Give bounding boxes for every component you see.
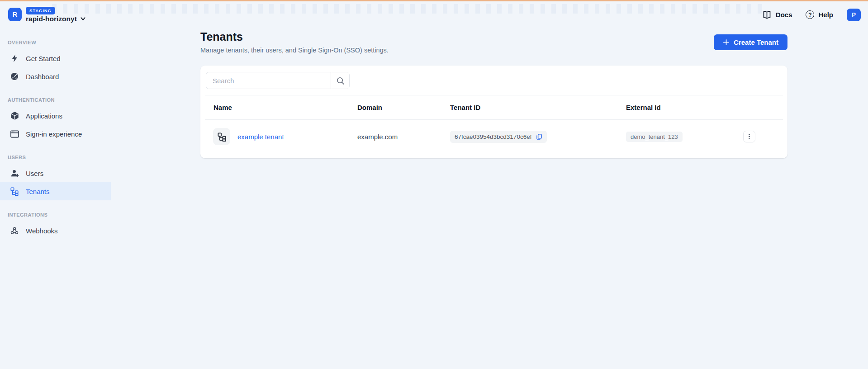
sidebar-item-applications[interactable]: Applications — [0, 107, 111, 125]
tenant-id-chip[interactable]: 67fcae03954d3bcd3170c6ef — [450, 131, 547, 143]
sidebar-section-integrations: INTEGRATIONS — [8, 212, 111, 218]
page-subtitle: Manage tenants, their users, and Single … — [200, 47, 389, 54]
sidebar-item-label: Users — [26, 170, 43, 177]
user-avatar[interactable]: P — [847, 9, 861, 21]
browser-icon — [10, 129, 19, 138]
table-header: Name Domain Tenant ID External Id — [205, 95, 783, 120]
environment-badge: STAGING — [26, 7, 55, 14]
sidebar-section-overview: OVERVIEW — [8, 40, 111, 45]
sidebar-item-label: Get Started — [26, 55, 61, 62]
external-id-chip: demo_tenant_123 — [626, 132, 683, 142]
copy-icon — [536, 133, 542, 140]
tenant-tree-icon — [217, 132, 227, 142]
sidebar-item-label: Applications — [26, 112, 62, 120]
column-header-name: Name — [205, 104, 357, 111]
tenant-tree-icon — [10, 187, 19, 196]
tenants-card: Name Domain Tenant ID External Id exampl… — [200, 66, 787, 158]
sidebar-item-tenants[interactable]: Tenants — [0, 182, 111, 200]
plus-icon — [723, 39, 730, 46]
page-title: Tenants — [200, 30, 389, 43]
create-tenant-button[interactable]: Create Tenant — [714, 34, 787, 50]
project-switcher[interactable]: R STAGING rapid-horizonyt — [8, 7, 86, 23]
help-label: Help — [818, 11, 833, 19]
project-logo: R — [8, 8, 22, 21]
sidebar-item-label: Tenants — [26, 188, 50, 195]
sidebar-item-sign-in-experience[interactable]: Sign-in experience — [0, 125, 111, 143]
sidebar-item-label: Webhooks — [26, 227, 58, 235]
help-icon: ? — [806, 10, 814, 19]
sidebar-item-users[interactable]: Users — [0, 164, 111, 182]
tenant-domain: example.com — [357, 133, 450, 141]
sidebar-item-label: Sign-in experience — [26, 130, 82, 138]
sidebar-item-get-started[interactable]: Get Started — [0, 49, 111, 67]
chevron-down-icon — [80, 16, 86, 22]
sidebar-item-dashboard[interactable]: Dashboard — [0, 67, 111, 85]
search-button[interactable] — [331, 72, 349, 89]
create-tenant-label: Create Tenant — [734, 38, 778, 46]
search-icon — [336, 76, 345, 85]
docs-link[interactable]: Docs — [762, 10, 792, 19]
user-plus-icon — [10, 169, 19, 178]
lightning-icon — [10, 54, 19, 63]
row-actions-menu-button[interactable] — [743, 131, 755, 142]
help-link[interactable]: ? Help — [806, 10, 833, 19]
sidebar-item-webhooks[interactable]: Webhooks — [0, 222, 111, 240]
column-header-external-id: External Id — [626, 104, 743, 111]
dashboard-icon — [10, 72, 19, 81]
tenant-id-value: 67fcae03954d3bcd3170c6ef — [455, 133, 531, 140]
column-header-domain: Domain — [357, 104, 450, 111]
project-name: rapid-horizonyt — [26, 15, 77, 23]
search-input[interactable] — [206, 72, 331, 89]
docs-label: Docs — [776, 11, 792, 19]
sidebar-section-authentication: AUTHENTICATION — [8, 97, 111, 103]
sidebar-item-label: Dashboard — [26, 73, 59, 80]
book-icon — [762, 10, 772, 19]
top-header: R STAGING rapid-horizonyt Docs ? Help P — [0, 1, 868, 28]
main-content: Tenants Manage tenants, their users, and… — [111, 28, 868, 158]
sidebar-nav: OVERVIEW Get Started Dashboard AUTHENTIC… — [0, 28, 111, 240]
tenant-avatar-tile — [213, 128, 230, 145]
column-header-tenant-id: Tenant ID — [450, 104, 626, 111]
cube-icon — [10, 111, 19, 120]
sidebar-section-users: USERS — [8, 155, 111, 160]
webhook-icon — [10, 226, 19, 235]
table-row: example tenant example.com 67fcae03954d3… — [205, 120, 783, 153]
tenant-name-link[interactable]: example tenant — [237, 133, 284, 141]
search-box — [206, 72, 350, 89]
dots-vertical-icon — [749, 134, 750, 135]
